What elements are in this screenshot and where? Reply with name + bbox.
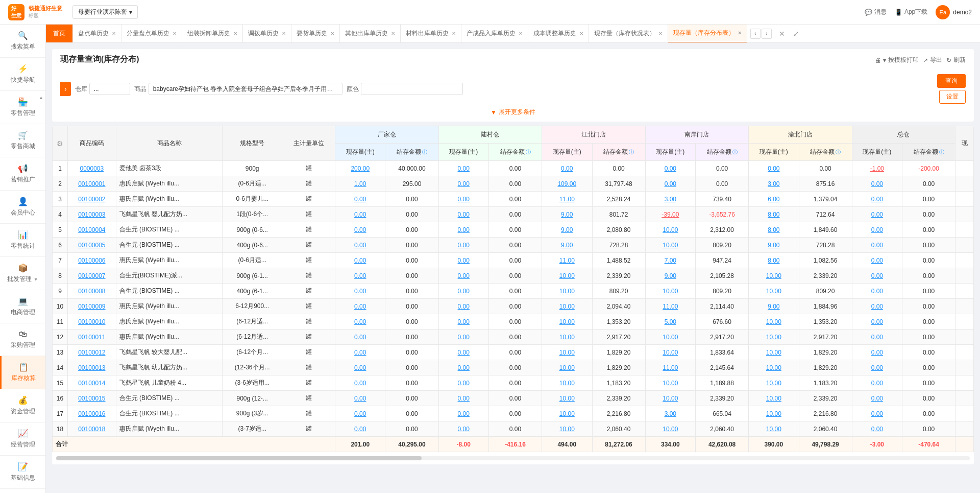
row-spec: (6-12个月... [223, 345, 282, 360]
sidebar-item-nav[interactable]: ⚡ 快捷导航 [0, 58, 45, 91]
message-icon: 💬 [865, 9, 872, 16]
user-area[interactable]: Ea demo2 [936, 5, 972, 19]
tab-close-costadj[interactable]: ✕ [579, 31, 583, 36]
total-amt-info-icon[interactable]: ⓘ [939, 149, 944, 155]
row-unit: 罐 [282, 345, 335, 360]
gear-icon[interactable]: ⚙ [57, 139, 63, 148]
sidebar-item-stats[interactable]: 📊 零售统计 [0, 224, 45, 257]
tab-close-requisition[interactable]: ✕ [330, 31, 334, 36]
tab-combo[interactable]: 组装拆卸单历史 ✕ [182, 25, 243, 43]
tab-close-materialout[interactable]: ✕ [452, 31, 456, 36]
nams-amt-info-icon[interactable]: ⓘ [732, 149, 738, 155]
tab-close-otherout[interactable]: ✕ [391, 31, 395, 36]
tab-close-all-btn[interactable]: ✕ [775, 30, 789, 38]
sidebar-item-inventory[interactable]: 📋 库存核算 [0, 356, 45, 389]
setting-btn[interactable]: 设置 [939, 90, 966, 104]
fjc-amt-info-icon[interactable]: ⓘ [422, 149, 427, 155]
tab-expand-btn[interactable]: ⤢ [789, 30, 803, 38]
row-total-amt: 0.00 [902, 375, 955, 391]
tab-next-btn[interactable]: › [762, 29, 772, 39]
tab-close-stocklist[interactable]: ✕ [112, 31, 116, 36]
lcc-amt-info-icon[interactable]: ⓘ [526, 149, 531, 155]
tab-close-stockstatus[interactable]: ✕ [658, 31, 663, 36]
scrollbar-thumb [56, 456, 422, 460]
row-fjc-amt: 0.00 [385, 253, 438, 268]
tab-requisition[interactable]: 要货单历史 ✕ [291, 25, 340, 43]
row-jbmd-amt: 1,183.20 [592, 375, 645, 391]
row-code: 00100002 [68, 192, 116, 207]
sbmd-amt-info-icon[interactable]: ⓘ [836, 149, 841, 155]
tab-stocklist[interactable]: 盘点单历史 ✕ [73, 25, 121, 43]
row-name: 惠氏启赋 (Wyeth illu... [116, 192, 223, 207]
row-fjc-stock: 0.00 [335, 222, 385, 238]
sidebar-item-basic[interactable]: 📝 基础信息 [0, 456, 45, 489]
row-jbmd-stock: 10.00 [542, 375, 592, 391]
row-sbmd-stock: 9.00 [749, 238, 799, 253]
row-lcc-amt: 0.00 [488, 238, 542, 253]
sidebar-item-operation[interactable]: 📈 经营管理 [0, 422, 45, 456]
row-sbmd-stock: 10.00 [749, 391, 799, 406]
col-gear[interactable]: ⚙ [53, 126, 68, 161]
row-extra [955, 253, 974, 268]
logo-text: 畅捷通好生意 [29, 5, 62, 12]
summary-jbmd-stock: 494.00 [542, 437, 592, 452]
app-icon: 📱 [895, 9, 902, 16]
row-sbmd-amt: 1,379.04 [799, 192, 852, 207]
sidebar-item-ecommerce[interactable]: 💻 电商管理 [0, 290, 45, 323]
row-extra [955, 192, 974, 207]
sidebar-item-system[interactable]: ⚙ 系统管理 [0, 489, 45, 493]
tab-stockdist[interactable]: 现存量（库存分布表） ✕ [668, 25, 747, 43]
goods-input[interactable] [149, 83, 342, 95]
tab-close-stockdist[interactable]: ✕ [738, 30, 742, 36]
tab-materialout[interactable]: 材料出库单历史 ✕ [401, 25, 461, 43]
tab-stockstatus[interactable]: 现存量（库存状况表） ✕ [589, 25, 668, 43]
refresh-btn[interactable]: ↻ 刷新 [946, 56, 966, 64]
tab-prev-btn[interactable]: ‹ [750, 29, 761, 39]
row-sbmd-stock: 10.00 [749, 268, 799, 284]
tab-close-productin[interactable]: ✕ [519, 31, 523, 36]
tab-otherout[interactable]: 其他出库单历史 ✕ [340, 25, 401, 43]
sidebar-item-purchase[interactable]: 🛍 采购管理 [0, 323, 45, 356]
color-input[interactable] [361, 83, 463, 95]
tab-costadj[interactable]: 成本调整单历史 ✕ [528, 25, 589, 43]
row-jbmd-amt: 2,094.40 [592, 299, 645, 314]
org-dropdown[interactable]: 母婴行业演示陈套 ▾ [72, 5, 138, 19]
expand-condition-btn[interactable]: ▼ 展开更多条件 [491, 108, 535, 116]
row-code: 0000003 [68, 161, 116, 176]
sidebar-item-wholesale[interactable]: 📦 批发管理 ▼ [0, 257, 45, 290]
sidebar-item-finance[interactable]: 💰 资金管理 [0, 389, 45, 422]
row-fjc-stock: 0.00 [335, 421, 385, 437]
print-btn[interactable]: 🖨 ▾ 按模板打印 [875, 56, 919, 64]
sidebar-item-shop[interactable]: 🛒 零售商城 [0, 124, 45, 157]
row-spec: 1段(0-6个... [223, 207, 282, 222]
row-nams-amt: 2,060.40 [696, 421, 749, 437]
sidebar-item-marketing[interactable]: 📢 营销推广 [0, 157, 45, 191]
row-lcc-stock: 0.00 [438, 176, 488, 192]
warehouse-input[interactable] [89, 83, 130, 95]
row-fjc-stock: 0.00 [335, 238, 385, 253]
filter-toggle-btn[interactable]: › [60, 82, 71, 96]
export-btn[interactable]: ↗ 导出 [923, 56, 942, 64]
sidebar-item-search[interactable]: 🔍 搜索英单 [0, 25, 45, 58]
tab-stocklist-fen[interactable]: 分量盘点单历史 ✕ [121, 25, 182, 43]
tab-home[interactable]: 首页 [46, 25, 73, 43]
tab-close-combo[interactable]: ✕ [233, 31, 237, 36]
table-row: 9 00100008 合生元 (BIOSTIME) ... 400g (6-1.… [53, 284, 974, 299]
sidebar-item-retail[interactable]: 🏪 零售管理 ▲ [0, 91, 45, 124]
jbmd-amt-info-icon[interactable]: ⓘ [629, 149, 634, 155]
horizontal-scrollbar[interactable] [56, 456, 970, 460]
row-sbmd-amt: 1,849.60 [799, 222, 852, 238]
tab-close-transfer[interactable]: ✕ [282, 31, 286, 36]
tab-transfer[interactable]: 调拨单历史 ✕ [243, 25, 291, 43]
row-name: 惠氏启赋 (Wyeth illu... [116, 176, 223, 192]
query-btn[interactable]: 查询 [937, 74, 966, 88]
stats-icon: 📊 [2, 230, 43, 240]
sidebar-item-member[interactable]: 👤 会员中心 [0, 191, 45, 224]
row-lcc-stock: 0.00 [438, 421, 488, 437]
row-lcc-stock: 0.00 [438, 192, 488, 207]
tab-productin[interactable]: 产成品入库单历史 ✕ [461, 25, 528, 43]
row-name: 合生元(BIOSTIME)派... [116, 268, 223, 284]
tab-close-stocklistfen[interactable]: ✕ [173, 31, 177, 36]
app-download-btn[interactable]: 📱 App下载 [895, 8, 927, 16]
message-btn[interactable]: 💬 消息 [865, 8, 887, 16]
